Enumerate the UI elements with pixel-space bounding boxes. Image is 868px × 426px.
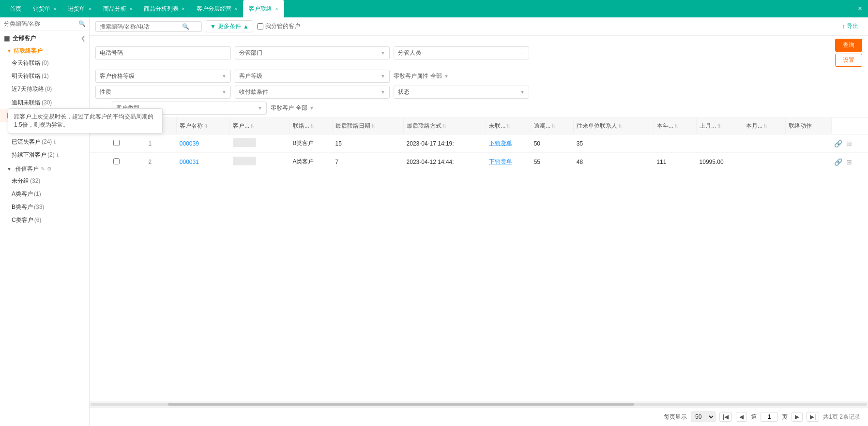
- sort-icon[interactable]: ⇅: [506, 123, 510, 129]
- settings-button[interactable]: 设置: [835, 54, 862, 67]
- filter-nature[interactable]: 性质 ▼: [95, 86, 231, 99]
- sort-icon[interactable]: ⇅: [763, 123, 767, 129]
- close-icon[interactable]: ×: [88, 6, 91, 12]
- dropdown-arrow-icon[interactable]: ▼: [444, 73, 449, 79]
- nav-customer-layered[interactable]: 客户分层经营 ×: [191, 0, 243, 17]
- settings-icon[interactable]: ⚙: [47, 166, 52, 172]
- close-icon[interactable]: ×: [129, 6, 132, 12]
- nav-sales-order[interactable]: 销货单 ×: [27, 0, 62, 17]
- dropdown-arrow-icon: ▼: [258, 105, 262, 111]
- sidebar-item-lost[interactable]: 已流失客户(24) ℹ: [0, 135, 89, 148]
- top-nav: 首页 销货单 × 进货单 × 商品分析 × 商品分析列表 × 客户分层经营 × …: [0, 0, 868, 17]
- sort-icon[interactable]: ⇅: [442, 123, 446, 129]
- per-page-select[interactable]: 50 100 200: [691, 411, 716, 422]
- dropdown-arrow-icon[interactable]: ▼: [309, 105, 314, 111]
- more-conditions-button[interactable]: ▼ 更多条件 ▲: [206, 20, 253, 32]
- row-name[interactable]: [230, 153, 290, 171]
- col-action: 联络动作: [786, 118, 831, 134]
- row-uncontacted: 50: [531, 134, 574, 153]
- grid-action-icon[interactable]: ⊞: [846, 158, 852, 166]
- next-page-button[interactable]: ▶: [792, 412, 803, 422]
- sort-icon[interactable]: ⇅: [717, 123, 721, 129]
- sidebar-item-7days[interactable]: 近7天待联络(0): [0, 83, 89, 96]
- sidebar-item-b-class[interactable]: B类客户(33): [0, 201, 89, 214]
- prev-page-button[interactable]: ◀: [736, 412, 747, 422]
- filter-manager[interactable]: 分管人员 ···: [394, 46, 529, 59]
- collapse-icon[interactable]: ❮: [81, 35, 85, 42]
- sidebar-item-c-class[interactable]: C类客户(6): [0, 214, 89, 227]
- sidebar-item-a-class[interactable]: A类客户(1): [0, 188, 89, 201]
- horizontal-scrollbar[interactable]: [90, 401, 868, 407]
- nav-purchase-order[interactable]: 进货单 ×: [62, 0, 97, 17]
- filter-customer-level[interactable]: 客户等级 ▼: [235, 70, 390, 83]
- row-code[interactable]: 000031: [177, 153, 230, 171]
- sidebar-item-today[interactable]: 今天待联络(0): [0, 57, 89, 70]
- sort-icon[interactable]: ⇅: [674, 123, 678, 129]
- filter-price-level[interactable]: 客户价格等级 ▼: [95, 70, 231, 83]
- sidebar-pending-label[interactable]: ▼ 待联络客户: [0, 44, 89, 57]
- search-input[interactable]: [100, 23, 182, 30]
- sort-icon[interactable]: ⇅: [310, 123, 314, 129]
- grid-action-icon[interactable]: ⊞: [846, 140, 852, 147]
- col-last-date: 最后联络日期⇅: [333, 118, 404, 134]
- nav-product-analysis-list[interactable]: 商品分析列表 ×: [138, 0, 190, 17]
- close-icon[interactable]: ×: [53, 6, 56, 12]
- search-icon[interactable]: 🔍: [78, 20, 86, 27]
- dropdown-arrow-icon: ▼: [381, 73, 385, 79]
- first-page-button[interactable]: |◀: [719, 412, 732, 422]
- my-customers-checkbox[interactable]: [257, 23, 263, 29]
- row-checkbox-cell[interactable]: [109, 153, 123, 171]
- row-action: 🔗 ⊞: [831, 153, 868, 171]
- row-checkbox[interactable]: [113, 158, 120, 164]
- close-icon[interactable]: ×: [182, 6, 184, 12]
- export-button[interactable]: ↑ 导出: [838, 21, 862, 32]
- close-all-button[interactable]: ×: [858, 4, 862, 13]
- row-code[interactable]: 000039: [177, 134, 230, 153]
- sidebar-item-tomorrow[interactable]: 明天待联络(1): [0, 70, 89, 83]
- content-area: 🔍 ▼ 更多条件 ▲ 我分管的客户 ↑ 导出 电话号码: [90, 17, 868, 426]
- link-action-icon[interactable]: 🔗: [834, 158, 842, 166]
- sidebar-value-section[interactable]: ▼ 价值客户 ✎ ⚙: [0, 162, 89, 175]
- search-icon[interactable]: 🔍: [182, 23, 189, 30]
- page-input[interactable]: [761, 412, 778, 422]
- row-settings-cell: [90, 134, 109, 153]
- filter-phone[interactable]: 电话号码: [95, 46, 231, 59]
- row-last-method[interactable]: 下销货单: [486, 134, 531, 153]
- col-contact-count: 联络...⇅: [289, 118, 332, 134]
- filter-payment[interactable]: 收付款条件 ▼: [235, 86, 390, 99]
- search-box[interactable]: 🔍: [95, 21, 202, 32]
- sort-icon[interactable]: ⇅: [618, 123, 622, 129]
- row-name[interactable]: [230, 134, 290, 153]
- query-button[interactable]: 查询: [835, 39, 862, 52]
- link-action-icon[interactable]: 🔗: [834, 140, 842, 147]
- row-checkbox-cell[interactable]: [109, 134, 123, 153]
- sidebar-item-ungroup[interactable]: 未分组(32): [0, 175, 89, 188]
- col-last-method: 最后联络方式⇅: [404, 118, 486, 134]
- nav-customer-contact[interactable]: 客户联络 ×: [243, 0, 284, 17]
- close-icon[interactable]: ×: [234, 6, 237, 12]
- sidebar-all-customers[interactable]: ▦ 全部客户 ❮: [0, 30, 89, 44]
- row-checkbox[interactable]: [113, 140, 120, 146]
- advanced-filter: 电话号码 分管部门 ▼ 分管人员 ··· 查询 设置 客户价格等级: [90, 36, 868, 118]
- nav-product-analysis[interactable]: 商品分析 ×: [97, 0, 138, 17]
- info-icon: ℹ: [54, 138, 56, 147]
- total-label: 共1页 2条记录: [823, 413, 860, 421]
- close-icon[interactable]: ×: [275, 6, 278, 12]
- sort-icon[interactable]: ⇅: [204, 123, 208, 129]
- filter-department[interactable]: 分管部门 ▼: [235, 46, 390, 59]
- row-last-method[interactable]: 下销货单: [486, 153, 531, 171]
- nav-home[interactable]: 首页: [4, 0, 27, 17]
- sidebar-search-bar: 🔍: [0, 17, 89, 30]
- edit-icon[interactable]: ✎: [41, 166, 45, 172]
- row-type: B类客户: [289, 134, 332, 153]
- sidebar-item-declining[interactable]: 持续下滑客户(2) ℹ: [0, 148, 89, 162]
- sidebar-search-input[interactable]: [4, 20, 76, 27]
- scroll-thumb[interactable]: [168, 403, 634, 406]
- last-page-button[interactable]: ▶|: [807, 412, 819, 422]
- row-overdue: 35: [574, 134, 654, 153]
- sort-icon[interactable]: ⇅: [371, 123, 375, 129]
- filter-status[interactable]: 状态 ▼: [394, 86, 529, 99]
- sort-icon[interactable]: ⇅: [551, 123, 555, 129]
- sidebar-item-overdue[interactable]: 逾期未联络(30): [0, 96, 89, 109]
- sort-icon[interactable]: ⇅: [250, 123, 254, 129]
